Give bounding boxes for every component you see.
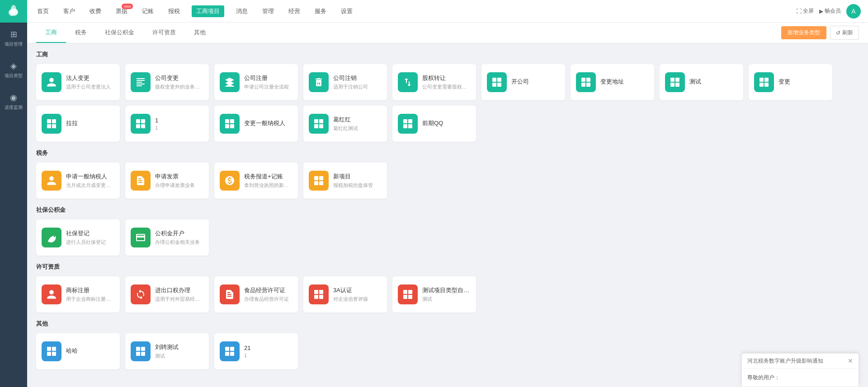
card-desc: 办理公积金相关业务 [155, 239, 203, 246]
svg-rect-22 [52, 124, 56, 128]
svg-rect-12 [675, 78, 679, 82]
svg-rect-14 [675, 83, 679, 87]
card-desc: 办理食品经营许可证 [244, 296, 292, 303]
subtabs-right: 新增业务类型 ↺ 刷新 [781, 26, 859, 40]
svg-rect-38 [408, 124, 412, 128]
card-test-type-def[interactable]: 测试项目类型自定义 测试 [392, 276, 476, 312]
content-area: 工商 法人变更 适用于公司变更法人 [27, 43, 868, 387]
card-title: 测试项目类型自定义 [422, 286, 471, 294]
card-icon-change-address [576, 72, 596, 92]
svg-rect-31 [314, 119, 318, 123]
card-change-address[interactable]: 变更地址 [571, 64, 654, 100]
vip-button[interactable]: ▶ 畅会员 [819, 7, 841, 15]
card-twenty-one[interactable]: 21 1 [214, 333, 298, 369]
card-icon-gehonghong [309, 114, 329, 134]
card-icon-equity-transfer [398, 72, 418, 92]
nav-customer[interactable]: 客户 [61, 5, 78, 17]
card-legal-change[interactable]: 法人变更 适用于公司变更法人 [36, 64, 120, 100]
svg-rect-23 [136, 119, 140, 123]
refresh-button[interactable]: ↺ 刷新 [830, 26, 859, 40]
nav-operation[interactable]: 经营 [286, 5, 303, 17]
card-desc: 适用于公司变更法人 [66, 84, 114, 90]
avatar[interactable]: A [846, 4, 861, 19]
card-liu-peng-test[interactable]: 刘聘测试 测试 [125, 333, 209, 369]
fullscreen-icon: ⛶ [796, 8, 802, 14]
card-company-change[interactable]: 公司变更 股权变更外的业务变更 [125, 64, 209, 100]
nav-message[interactable]: 消息 [233, 5, 250, 17]
card-title: 变更地址 [600, 78, 649, 86]
svg-rect-3 [492, 78, 496, 82]
card-desc: 用于企业商标注册服务 [66, 296, 114, 303]
card-title: 商标注册 [66, 286, 114, 294]
card-new-project[interactable]: 新项目 报税加税控盘保管 [303, 163, 387, 199]
svg-rect-62 [230, 352, 234, 356]
card-title: 税务报道+记账 [244, 173, 292, 181]
card-import-export[interactable]: 进出口权办理 适用于对外贸易经营者 [125, 276, 209, 312]
sidebar-item-project-mgmt[interactable]: ⊞ 项目管理 [0, 23, 27, 54]
card-icon-twenty-one [220, 341, 240, 361]
social-cards-grid: 社保登记 进行人员社保登记 公积金开户 办理公积金相关业务 [36, 219, 859, 256]
card-food-license[interactable]: 食品经营许可证 办理食品经营许可证 [214, 276, 298, 312]
card-tax-report[interactable]: 税务报道+记账 拿到营业执照的新公司 [214, 163, 298, 199]
card-company-reg[interactable]: 公司注册 申请公司注册全流程 [214, 64, 298, 100]
card-title: 法人变更 [66, 74, 114, 82]
svg-rect-49 [403, 295, 407, 299]
nav-management[interactable]: 管理 [259, 5, 277, 17]
card-info-open-company: 开公司 [511, 78, 560, 87]
card-trademark[interactable]: 商标注册 用于企业商标注册服务 [36, 276, 120, 312]
card-info-change-address: 变更地址 [600, 78, 649, 87]
card-icon-import-export [131, 284, 151, 304]
nav-home[interactable]: 首页 [34, 5, 52, 17]
nav-accounting[interactable]: 记账 [139, 5, 156, 17]
notif-close-button[interactable]: ✕ [848, 357, 853, 364]
card-apply-invoice[interactable]: 申请发票 办理申请发票业务 [125, 163, 209, 199]
card-social-reg[interactable]: 社保登记 进行人员社保登记 [36, 219, 120, 256]
card-3a-cert[interactable]: 3A认证 对企业信誉评级 [303, 276, 387, 312]
nav-tax[interactable]: 报税 [165, 5, 183, 17]
card-company-cancel[interactable]: 公司注销 适用于注销公司 [303, 64, 387, 100]
card-test[interactable]: 测试 [660, 64, 743, 100]
card-fund-open[interactable]: 公积金开户 办理公积金相关业务 [125, 219, 209, 256]
card-haha[interactable]: 哈哈 [36, 333, 120, 369]
card-title: 测试 [689, 78, 738, 86]
nav-billing[interactable]: 收费 [87, 5, 104, 17]
card-info-trademark: 商标注册 用于企业商标注册服务 [66, 286, 114, 303]
fullscreen-button[interactable]: ⛶ 全屏 [796, 7, 814, 15]
vip-icon: ▶ [819, 8, 823, 14]
nav-settings[interactable]: 设置 [338, 5, 355, 17]
card-title: 开公司 [511, 78, 560, 86]
card-desc: 股权变更外的业务变更 [155, 84, 203, 90]
nav-service[interactable]: 服务 [312, 5, 329, 17]
tab-tax[interactable]: 税务 [66, 23, 96, 43]
sidebar-item-progress[interactable]: ◉ 进度监测 [0, 86, 27, 117]
card-info-one: 1 1 [155, 117, 203, 131]
svg-rect-15 [760, 78, 764, 82]
card-icon-apply-taxpayer [42, 171, 61, 191]
tab-social[interactable]: 社保公积金 [96, 23, 143, 43]
svg-rect-18 [764, 83, 769, 87]
tab-other[interactable]: 其他 [185, 23, 215, 43]
card-change-taxpayer[interactable]: 变更一般纳税人 [214, 106, 298, 142]
nav-tickets[interactable]: 票据 new [113, 5, 130, 17]
card-change2[interactable]: 变更 [749, 64, 832, 100]
progress-icon: ◉ [10, 93, 17, 103]
card-one[interactable]: 1 1 [125, 106, 209, 142]
card-gehonghong[interactable]: 葛红红 葛红红测试 [303, 106, 387, 142]
card-pre-qq[interactable]: 前期QQ [392, 106, 476, 142]
card-icon-tax-report [220, 171, 240, 191]
card-lala[interactable]: 拉拉 [36, 106, 120, 142]
card-open-company[interactable]: 开公司 [481, 64, 565, 100]
tab-license[interactable]: 许可资质 [143, 23, 185, 43]
tab-biz[interactable]: 工商 [36, 23, 66, 43]
sidebar-item-project-type[interactable]: ◈ 项目类型 [0, 54, 27, 86]
card-icon-change2 [754, 72, 774, 92]
new-biz-type-button[interactable]: 新增业务类型 [781, 26, 826, 39]
card-title: 拉拉 [66, 119, 114, 127]
svg-rect-11 [670, 78, 675, 82]
nav-bizproject[interactable]: 工商项目 [192, 5, 224, 17]
svg-rect-61 [225, 352, 229, 356]
notif-title: 河北税务数字账户升级影响通知 [747, 357, 823, 365]
card-equity-transfer[interactable]: 股权转让 公司变更需要股权转让 [392, 64, 476, 100]
card-apply-taxpayer[interactable]: 申请一般纳税人 当月或次月成变更完成 [36, 163, 120, 199]
card-desc: 适用于注销公司 [333, 84, 382, 90]
